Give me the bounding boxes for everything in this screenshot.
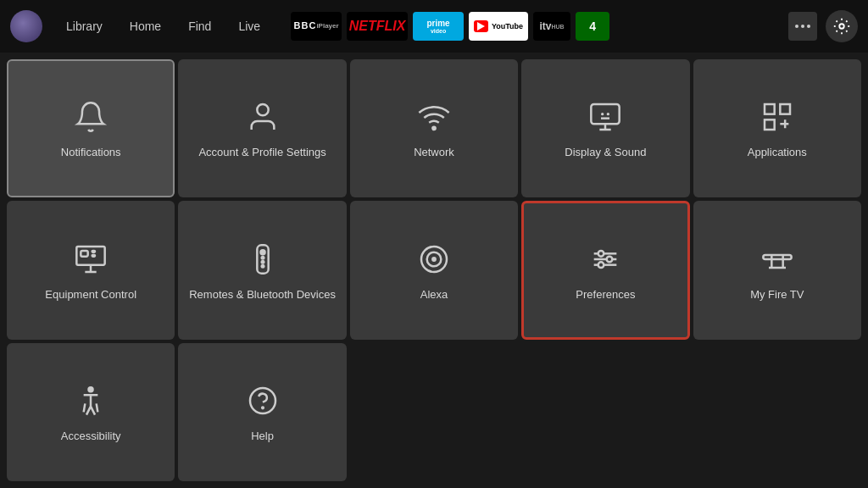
svg-rect-3 — [592, 104, 620, 124]
nav-live[interactable]: Live — [226, 14, 272, 38]
nav-find[interactable]: Find — [176, 14, 223, 38]
svg-rect-7 — [780, 104, 790, 114]
alexa-icon — [414, 239, 454, 280]
top-navigation: Library Home Find Live BBC iPlayer NETFL… — [0, 0, 868, 53]
more-apps-button[interactable] — [788, 12, 817, 41]
prime-video-badge[interactable]: prime video — [413, 12, 464, 41]
preferences-label: Preferences — [576, 288, 635, 302]
alexa-label: Alexa — [420, 288, 448, 302]
remote-icon — [242, 239, 283, 280]
youtube-badge[interactable]: YouTube — [469, 12, 528, 41]
svg-point-22 — [432, 258, 435, 260]
notifications-cell[interactable]: Notifications — [7, 59, 175, 197]
svg-point-0 — [839, 24, 844, 29]
settings-button[interactable] — [826, 10, 858, 42]
remotes-bluetooth-label: Remotes & Bluetooth Devices — [189, 288, 336, 302]
help-label: Help — [251, 430, 274, 444]
network-label: Network — [414, 146, 454, 160]
avatar[interactable] — [10, 10, 42, 42]
firetv-icon — [757, 239, 798, 280]
my-fire-tv-label: My Fire TV — [750, 288, 804, 302]
svg-rect-29 — [763, 255, 791, 259]
svg-rect-6 — [765, 104, 775, 114]
notifications-label: Notifications — [61, 146, 121, 160]
bbc-iplayer-badge[interactable]: BBC iPlayer — [291, 12, 342, 41]
preferences-cell[interactable]: Preferences — [521, 201, 689, 339]
svg-point-26 — [598, 251, 604, 257]
account-profile-label: Account & Profile Settings — [198, 146, 326, 160]
nav-home[interactable]: Home — [118, 14, 173, 38]
svg-point-37 — [262, 407, 264, 408]
network-cell[interactable]: Network — [350, 59, 518, 197]
accessibility-label: Accessibility — [61, 430, 121, 444]
accessibility-cell[interactable]: Accessibility — [7, 343, 175, 481]
display-sound-cell[interactable]: Display & Sound — [521, 59, 689, 197]
svg-point-1 — [257, 104, 268, 115]
equipment-control-cell[interactable]: Equipment Control — [7, 201, 175, 339]
svg-point-2 — [432, 127, 435, 130]
svg-rect-12 — [81, 251, 88, 257]
display-icon — [585, 97, 626, 137]
svg-rect-8 — [765, 120, 775, 130]
apps-icon — [757, 97, 798, 137]
person-icon — [242, 97, 283, 137]
my-fire-tv-cell[interactable]: My Fire TV — [693, 201, 861, 339]
svg-rect-13 — [92, 251, 95, 252]
alexa-cell[interactable]: Alexa — [350, 201, 518, 339]
wifi-icon — [414, 97, 454, 137]
netflix-badge[interactable]: NETFLIX — [347, 12, 408, 41]
sliders-icon — [585, 239, 626, 280]
nav-links: Library Home Find Live — [54, 14, 272, 38]
account-profile-cell[interactable]: Account & Profile Settings — [178, 59, 346, 197]
svg-point-33 — [89, 387, 93, 391]
svg-rect-14 — [92, 255, 95, 257]
remotes-bluetooth-cell[interactable]: Remotes & Bluetooth Devices — [178, 201, 346, 339]
settings-grid: Notifications Account & Profile Settings… — [0, 53, 868, 488]
display-sound-label: Display & Sound — [565, 146, 646, 160]
bell-icon — [70, 97, 111, 137]
monitor-icon — [70, 239, 111, 280]
equipment-control-label: Equipment Control — [45, 288, 136, 302]
svg-point-27 — [607, 256, 613, 262]
svg-line-35 — [97, 403, 98, 412]
svg-point-28 — [598, 262, 604, 268]
help-icon — [242, 380, 283, 421]
svg-line-34 — [84, 403, 86, 412]
svg-point-16 — [260, 250, 264, 254]
nav-apps-area: BBC iPlayer NETFLIX prime video YouTube … — [291, 12, 780, 41]
channel4-badge[interactable]: 4 — [576, 12, 609, 41]
applications-cell[interactable]: Applications — [693, 59, 861, 197]
accessibility-icon — [70, 380, 111, 421]
svg-point-36 — [250, 388, 275, 413]
help-cell[interactable]: Help — [178, 343, 346, 481]
nav-library[interactable]: Library — [54, 14, 114, 38]
itv-hub-badge[interactable]: itv HUB — [533, 12, 570, 41]
applications-label: Applications — [748, 146, 807, 160]
